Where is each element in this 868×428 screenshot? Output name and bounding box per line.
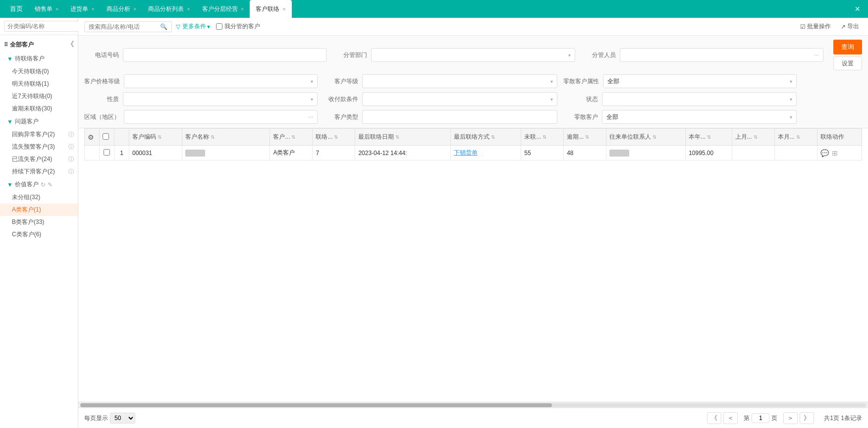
sidebar-group-problem[interactable]: ▼ 问题客户 — [0, 115, 78, 128]
filter-person: 分管人员 ··· — [581, 48, 823, 62]
more-icon-region: ··· — [308, 113, 313, 120]
filter-region-select[interactable]: ··· — [124, 110, 318, 124]
nav-tab-sales[interactable]: 销售单 × — [29, 0, 64, 18]
filter-nature: 性质 ▾ — [84, 92, 318, 106]
chat-icon[interactable]: 💬 — [820, 149, 829, 157]
filter-search-input[interactable] — [89, 23, 158, 30]
nav-tab-customer-contact[interactable]: 客户联络 × — [250, 0, 291, 18]
sidebar-item-class-c[interactable]: C类客户(6) — [0, 228, 78, 241]
sidebar-item-today-pending[interactable]: 今天待联络(0) — [0, 65, 78, 78]
close-tab-analysis-list-icon[interactable]: × — [187, 6, 190, 12]
last-page-button[interactable]: 》 — [800, 412, 814, 424]
batch-op-button[interactable]: ☑ 批量操作 — [797, 21, 834, 32]
table-header-row: ⚙ 客户编码⇅ 客户名称⇅ 客户...⇅ — [85, 129, 862, 146]
total-records-info: 共1页 1条记录 — [824, 414, 862, 423]
nav-home[interactable]: 首页 — [4, 4, 29, 13]
advanced-filters: 电话号码 分管部门 ▾ 分管人员 ··· 查询 设置 — [78, 36, 868, 128]
next-page-button[interactable]: ＞ — [783, 412, 798, 424]
filter-phone-input[interactable] — [123, 48, 326, 62]
nav-tab-purchase[interactable]: 进货单 × — [64, 0, 100, 18]
chevron-down-icon: ▾ — [207, 23, 210, 30]
filter-customer-level: 客户等级 ▾ — [324, 74, 557, 88]
filter-bar: 🔍 ▽ 更多条件 ▾ 我分管的客户 ☑ 批量操作 ↗ 导出 — [78, 18, 868, 36]
close-all-tabs-icon[interactable]: × — [851, 4, 864, 14]
main-layout: 🔍 ⠿ 全部客户 《 ▼ 待联络客户 今天待联络(0) 明天待联络(1) 近7天… — [0, 18, 868, 428]
sidebar-item-class-b[interactable]: B类客户(33) — [0, 216, 78, 228]
nav-tab-customer-layer[interactable]: 客户分层经营 × — [196, 0, 250, 18]
sidebar-search-area: 🔍 — [0, 18, 78, 35]
filter-customer-type-input[interactable] — [362, 110, 557, 124]
page-info: 第 页 — [744, 413, 777, 423]
row-checkbox-cell — [100, 146, 114, 160]
more-filter-btn[interactable]: ▽ 更多条件 ▾ — [176, 22, 210, 31]
close-tab-analysis-icon[interactable]: × — [133, 6, 136, 12]
sidebar-all-customers-header[interactable]: ⠿ 全部客户 《 — [0, 37, 78, 52]
refresh-icon[interactable]: ↻ — [41, 181, 46, 188]
row-checkbox[interactable] — [104, 149, 110, 156]
row-not-contact-cell: 55 — [521, 146, 564, 160]
row-code-cell: 000031 — [129, 146, 182, 160]
close-tab-customer-contact-icon[interactable]: × — [282, 6, 285, 12]
col-unit-contact: 往来单位联系人⇅ — [606, 129, 686, 146]
filter-retail-customer-select[interactable]: 全部▾ — [602, 110, 797, 124]
sidebar-group-pending[interactable]: ▼ 待联络客户 — [0, 52, 78, 65]
scrollbar-thumb[interactable] — [80, 403, 552, 407]
sidebar-item-class-a[interactable]: A类客户(1) — [0, 204, 78, 216]
filter-search-icon[interactable]: 🔍 — [160, 23, 167, 30]
sidebar-item-repurchase-abnormal[interactable]: 回购异常客户(2) ⓘ — [0, 128, 78, 141]
filter-nature-select[interactable]: ▾ — [123, 92, 318, 106]
sidebar-group-value[interactable]: ▼ 价值客户 ↻ ✎ — [0, 178, 78, 191]
per-page-select[interactable]: 50 100 200 — [110, 413, 135, 424]
col-name: 客户名称⇅ — [182, 129, 270, 146]
sidebar-item-ungrouped[interactable]: 未分组(32) — [0, 191, 78, 204]
select-all-checkbox[interactable] — [103, 133, 109, 140]
table-settings-icon[interactable]: ⚙ — [88, 133, 94, 141]
sidebar-item-declining[interactable]: 持续下滑客户(2) ⓘ — [0, 165, 78, 178]
prev-page-button[interactable]: ＜ — [723, 412, 738, 424]
col-type: 客户...⇅ — [270, 129, 313, 146]
settings-button[interactable]: 设置 — [833, 56, 862, 70]
info-icon-2: ⓘ — [68, 143, 74, 151]
horizontal-scrollbar[interactable] — [78, 402, 868, 408]
sidebar-search-input[interactable] — [4, 21, 85, 32]
close-tab-purchase-icon[interactable]: × — [91, 6, 94, 12]
filter-customer-level-select[interactable]: ▾ — [362, 74, 557, 88]
sort-icon-lastdate: ⇅ — [395, 134, 399, 140]
col-last-date: 最后联络日期⇅ — [355, 129, 451, 146]
filter-person-select[interactable]: ··· — [620, 48, 823, 62]
edit-icon[interactable]: ✎ — [48, 181, 53, 188]
filter-row-3: 性质 ▾ 收付款条件 ▾ 状态 ▾ — [84, 92, 862, 106]
sort-icon-unitcontact: ⇅ — [652, 134, 656, 140]
filter-price-level-select[interactable]: ▾ — [124, 74, 318, 88]
first-page-button[interactable]: 《 — [707, 412, 721, 424]
page-number-input[interactable] — [752, 413, 769, 423]
filter-retail-attr-select[interactable]: 全部▾ — [603, 74, 797, 88]
filter-dept-select[interactable]: ▾ — [371, 48, 575, 62]
row-num-cell: 1 — [114, 146, 129, 160]
filter-status-select[interactable]: ▾ — [602, 92, 797, 106]
filter-actions: ☑ 批量操作 ↗ 导出 — [797, 21, 862, 32]
my-customer-checkbox[interactable] — [216, 23, 222, 30]
qrcode-icon[interactable]: ⊞ — [832, 149, 838, 157]
sidebar-item-7day-pending[interactable]: 近7天待联络(0) — [0, 90, 78, 103]
last-method-link[interactable]: 下销货单 — [454, 149, 478, 156]
col-num — [114, 129, 129, 146]
col-last-method: 最后联络方式⇅ — [451, 129, 521, 146]
filter-retail-attr: 零散客户属性 全部▾ — [563, 74, 797, 88]
close-tab-sales-icon[interactable]: × — [55, 6, 58, 12]
sidebar-item-churned[interactable]: 已流失客户(24) ⓘ — [0, 153, 78, 165]
export-button[interactable]: ↗ 导出 — [838, 21, 862, 32]
info-icon-4: ⓘ — [68, 168, 74, 175]
query-button[interactable]: 查询 — [833, 40, 862, 54]
sort-icon-name: ⇅ — [211, 134, 215, 140]
sidebar-item-tomorrow-pending[interactable]: 明天待联络(1) — [0, 78, 78, 90]
filter-payment-select[interactable]: ▾ — [362, 92, 557, 106]
nav-tab-analysis[interactable]: 商品分析 × — [101, 0, 142, 18]
arrow-down-icon-2: ▼ — [7, 118, 13, 125]
sidebar-item-overdue-contact[interactable]: 逾期未联络(30) — [0, 103, 78, 115]
nav-tab-analysis-list[interactable]: 商品分析列表 × — [142, 0, 196, 18]
col-contact: 联络...⇅ — [313, 129, 355, 146]
close-tab-customer-layer-icon[interactable]: × — [241, 6, 244, 12]
sidebar-item-churn-warning[interactable]: 流失预警客户(3) ⓘ — [0, 141, 78, 153]
sidebar-collapse-icon[interactable]: 《 — [67, 40, 74, 49]
